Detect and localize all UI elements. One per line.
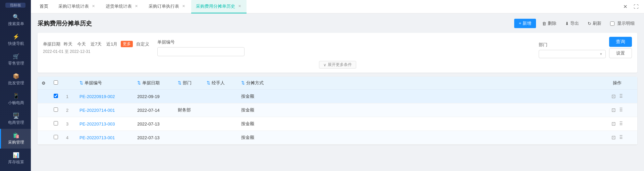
tab-purchase-order-exec[interactable]: 采购订单执行表 ✕	[144, 0, 191, 13]
row-gear-cell	[38, 103, 50, 117]
doc-no-link[interactable]: PE-20220713-001	[79, 135, 115, 140]
tab-close-purchase-fee-hist[interactable]: ✕	[237, 4, 242, 9]
view-action-icon[interactable]: ⊡	[611, 106, 616, 114]
doc-no-link[interactable]: PE-20220919-002	[79, 94, 115, 99]
row-handler-cell	[203, 131, 237, 145]
more-shortcut[interactable]: 更多	[121, 41, 133, 47]
show-detail-button[interactable]: 显示明细	[607, 19, 637, 28]
view-action-icon[interactable]: ⊡	[611, 120, 616, 127]
select-all-checkbox[interactable]	[54, 80, 58, 85]
gear-icon: ⚙	[42, 81, 46, 86]
sidebar-item-label: 批发管理	[8, 80, 24, 86]
sidebar-item-retail[interactable]: 🛒 零售管理	[0, 50, 31, 70]
sidebar-item-ecom[interactable]: 🖥️ 电商管理	[0, 109, 31, 129]
expand-icon: ∨	[323, 63, 326, 67]
sidebar-item-label: 电商管理	[8, 120, 24, 125]
tab-home[interactable]: 首页	[35, 0, 53, 13]
row-dept-cell	[174, 131, 203, 145]
date-range-display: 2022-01-01 至 2022-12-31	[43, 49, 90, 55]
tab-close-purchase-order-stat[interactable]: ✕	[91, 4, 96, 9]
refresh-icon: ↻	[588, 21, 591, 26]
refresh-button[interactable]: ↻ 刷新	[585, 19, 604, 28]
sidebar-logo: 指标板	[5, 3, 25, 8]
table-header-docno[interactable]: ⇅ 单据编号	[75, 77, 133, 90]
show-detail-checkbox[interactable]	[610, 21, 614, 26]
filter-row: 单据日期 昨天 今天 近7天 近1月 更多 自定义 2022-01-01 至 2…	[43, 37, 632, 58]
row-checkbox[interactable]	[54, 107, 58, 112]
table-header-checkbox[interactable]	[50, 77, 62, 90]
sidebar-item-wholesale[interactable]: 📦 批发管理	[0, 70, 31, 89]
date-shortcuts: 昨天 今天 近7天 近1月 更多 自定义	[62, 41, 151, 48]
row-checkbox-cell[interactable]	[50, 131, 62, 145]
row-checkbox[interactable]	[54, 135, 58, 139]
table-row: 1 PE-20220919-002 2022-09-19 按金额 ⊡ ⠿	[38, 90, 637, 103]
query-button[interactable]: 查询	[609, 37, 632, 47]
sidebar-item-mini[interactable]: 📱 小畅电商	[0, 89, 31, 109]
sidebar-item-shortcut[interactable]: ⚡ 快捷导航	[0, 30, 31, 50]
row-actions-cell: ⊡ ⠿	[597, 131, 637, 145]
row-dept-cell: 财务部	[174, 103, 203, 117]
chevron-down-icon: ▾	[600, 52, 602, 56]
sidebar-item-search[interactable]: 🔍 搜索菜单	[0, 10, 31, 30]
more-action-icon[interactable]: ⠿	[619, 93, 624, 100]
close-all-tabs-icon[interactable]: ✕	[622, 3, 629, 10]
shopping-icon: 🛍️	[13, 132, 19, 139]
row-alloc-method-cell: 按金额	[237, 131, 597, 145]
search-icon: 🔍	[13, 14, 19, 20]
more-action-icon[interactable]: ⠿	[619, 120, 624, 127]
row-num-cell: 2	[62, 103, 75, 117]
today-shortcut[interactable]: 今天	[76, 41, 87, 48]
table-header-gear[interactable]: ⚙	[38, 77, 50, 90]
sort-icon: ⇅	[137, 80, 141, 85]
dept-filter-select[interactable]: ▾	[539, 50, 606, 58]
expand-tabs-icon[interactable]: ⛶	[632, 3, 640, 10]
tab-purchase-order-stat[interactable]: 采购订单统计表 ✕	[54, 0, 100, 13]
more-action-icon[interactable]: ⠿	[619, 106, 624, 114]
doc-no-link[interactable]: PE-20220713-003	[79, 121, 115, 126]
row-handler-cell	[203, 90, 237, 103]
table-header-alloc-method[interactable]: ⇅ 分摊方式	[237, 77, 597, 90]
dept-filter-label: 部门	[539, 42, 547, 48]
row-checkbox[interactable]	[54, 94, 58, 98]
settings-button[interactable]: 设置	[609, 48, 632, 58]
monitor-icon: 🖥️	[13, 112, 19, 119]
view-action-icon[interactable]: ⊡	[611, 134, 616, 141]
tab-inbound-stat[interactable]: 进货单统计表 ✕	[101, 0, 143, 13]
docno-filter-input[interactable]	[157, 47, 245, 56]
tab-close-inbound-stat[interactable]: ✕	[134, 4, 139, 9]
sidebar-item-inventory[interactable]: 📊 库存核算	[0, 149, 31, 168]
row-gear-cell	[38, 117, 50, 131]
row-checkbox-cell[interactable]	[50, 103, 62, 117]
table-row: 3 PE-20220713-003 2022-07-13 按金额 ⊡ ⠿	[38, 117, 637, 131]
expand-more-button[interactable]: ∨ 展开更多条件	[319, 61, 356, 69]
month1-shortcut[interactable]: 近1月	[105, 41, 119, 48]
table-header-dept[interactable]: ⇅ 部门	[174, 77, 203, 90]
table-header-docdate[interactable]: ⇅ 单据日期	[133, 77, 174, 90]
cart-icon: 🛒	[13, 53, 19, 60]
tab-purchase-fee-hist[interactable]: 采购费用分摊单历史 ✕	[191, 0, 247, 13]
row-checkbox[interactable]	[54, 121, 58, 125]
add-button[interactable]: + 新增	[514, 19, 536, 28]
yesterday-shortcut[interactable]: 昨天	[62, 41, 74, 48]
doc-no-link[interactable]: PE-20220714-001	[79, 108, 115, 113]
sort-icon: ⇅	[207, 80, 210, 85]
sidebar-item-finance[interactable]: 💰 资金管理	[0, 168, 31, 171]
row-actions-cell: ⊡ ⠿	[597, 90, 637, 103]
custom-shortcut[interactable]: 自定义	[135, 41, 151, 48]
sidebar-item-label: 快捷导航	[8, 41, 24, 47]
export-button[interactable]: ⬇ 导出	[562, 19, 582, 28]
page-content: 采购费用分摊单历史 + 新增 🗑 删除 ⬇ 导出 ↻ 刷新 显示明细	[31, 13, 644, 171]
row-docno-cell: PE-20220713-003	[75, 117, 133, 131]
sidebar-item-purchase[interactable]: 🛍️ 采购管理	[0, 129, 31, 149]
page-header: 采购费用分摊单历史 + 新增 🗑 删除 ⬇ 导出 ↻ 刷新 显示明细	[38, 19, 637, 28]
toolbar: + 新增 🗑 删除 ⬇ 导出 ↻ 刷新 显示明细	[514, 19, 637, 28]
more-action-icon[interactable]: ⠿	[619, 134, 624, 141]
week7-shortcut[interactable]: 近7天	[89, 41, 103, 48]
table-row: 2 PE-20220714-001 2022-07-14 财务部 按金额 ⊡ ⠿	[38, 103, 637, 117]
delete-button[interactable]: 🗑 删除	[539, 19, 559, 28]
view-action-icon[interactable]: ⊡	[611, 93, 616, 100]
row-checkbox-cell[interactable]	[50, 90, 62, 103]
row-checkbox-cell[interactable]	[50, 117, 62, 131]
tab-close-purchase-order-exec[interactable]: ✕	[181, 4, 186, 9]
table-header-handler[interactable]: ⇅ 经手人	[203, 77, 237, 90]
